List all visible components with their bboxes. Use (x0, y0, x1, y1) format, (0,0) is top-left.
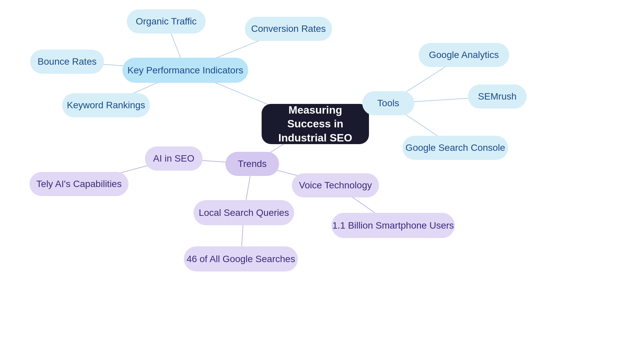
google-analytics-node: Google Analytics (419, 43, 509, 67)
google-searches-label: 46 of All Google Searches (186, 254, 295, 264)
tely-ai-node: Tely AI's Capabilities (30, 172, 128, 196)
semrush-label: SEMrush (478, 91, 517, 102)
semrush-node: SEMrush (468, 84, 527, 109)
trends-node: Trends (225, 152, 279, 176)
smartphone-users-node: 1.1 Billion Smartphone Users (331, 213, 455, 238)
keyword-rankings-label: Keyword Rankings (67, 100, 145, 111)
bounce-rates-label: Bounce Rates (38, 56, 97, 67)
bounce-rates-node: Bounce Rates (30, 50, 104, 74)
voice-tech-label: Voice Technology (299, 180, 372, 191)
ai-in-seo-node: AI in SEO (145, 146, 203, 171)
tely-ai-label: Tely AI's Capabilities (36, 179, 121, 189)
google-searches-node: 46 of All Google Searches (184, 246, 298, 271)
tools-label: Tools (377, 98, 399, 109)
google-analytics-label: Google Analytics (429, 50, 499, 60)
conversion-rates-node: Conversion Rates (245, 17, 332, 41)
center-node: Measuring Success in Industrial SEO (262, 104, 369, 144)
center-label: Measuring Success in Industrial SEO (272, 103, 358, 145)
local-search-label: Local Search Queries (199, 207, 289, 218)
kpi-label: Key Performance Indicators (127, 65, 244, 76)
smartphone-users-label: 1.1 Billion Smartphone Users (332, 220, 454, 231)
keyword-rankings-node: Keyword Rankings (62, 93, 150, 117)
tools-node: Tools (362, 91, 414, 115)
google-search-console-node: Google Search Console (402, 136, 508, 160)
trends-label: Trends (238, 159, 267, 169)
conversion-rates-label: Conversion Rates (251, 23, 326, 34)
voice-tech-node: Voice Technology (292, 173, 379, 197)
local-search-node: Local Search Queries (194, 200, 294, 225)
organic-traffic-node: Organic Traffic (127, 9, 206, 34)
kpi-node: Key Performance Indicators (122, 58, 248, 83)
ai-in-seo-label: AI in SEO (153, 153, 195, 164)
organic-traffic-label: Organic Traffic (136, 16, 197, 27)
google-search-console-label: Google Search Console (406, 142, 505, 153)
